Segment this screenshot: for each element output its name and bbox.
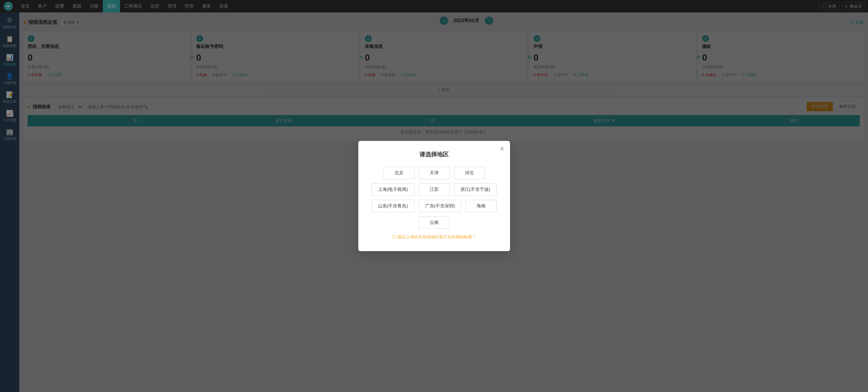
modal-overlay: ✕ 请选择地区 北京天津河北上海(电子税局)江苏浙江(不含宁波)山东(不含青岛)… xyxy=(0,0,868,392)
region-button-江苏[interactable]: 江苏 xyxy=(419,183,450,196)
warning-text: 除以上地区外其他地区暂不支持报税检查！ xyxy=(398,234,476,240)
region-button-上海(电子税局)[interactable]: 上海(电子税局) xyxy=(371,183,415,196)
region-button-山东(不含青岛)[interactable]: 山东(不含青岛) xyxy=(371,200,415,212)
region-buttons: 北京天津河北上海(电子税局)江苏浙江(不含宁波)山东(不含青岛)广东(不含深圳)… xyxy=(369,167,499,229)
region-button-北京[interactable]: 北京 xyxy=(383,167,415,179)
modal-box: ✕ 请选择地区 北京天津河北上海(电子税局)江苏浙江(不含宁波)山东(不含青岛)… xyxy=(358,141,510,251)
region-button-海南[interactable]: 海南 xyxy=(466,200,497,212)
region-button-浙江(不含宁波)[interactable]: 浙江(不含宁波) xyxy=(454,183,497,196)
region-button-云南[interactable]: 云南 xyxy=(419,216,450,229)
region-button-广东(不含深圳)[interactable]: 广东(不含深圳) xyxy=(419,200,462,212)
warning-icon: ⓘ xyxy=(392,234,396,240)
modal-warning: ⓘ 除以上地区外其他地区暂不支持报税检查！ xyxy=(369,234,499,240)
modal-close-button[interactable]: ✕ xyxy=(499,145,505,153)
modal-title: 请选择地区 xyxy=(369,151,499,158)
region-button-天津[interactable]: 天津 xyxy=(419,167,450,179)
region-button-河北[interactable]: 河北 xyxy=(454,167,485,179)
